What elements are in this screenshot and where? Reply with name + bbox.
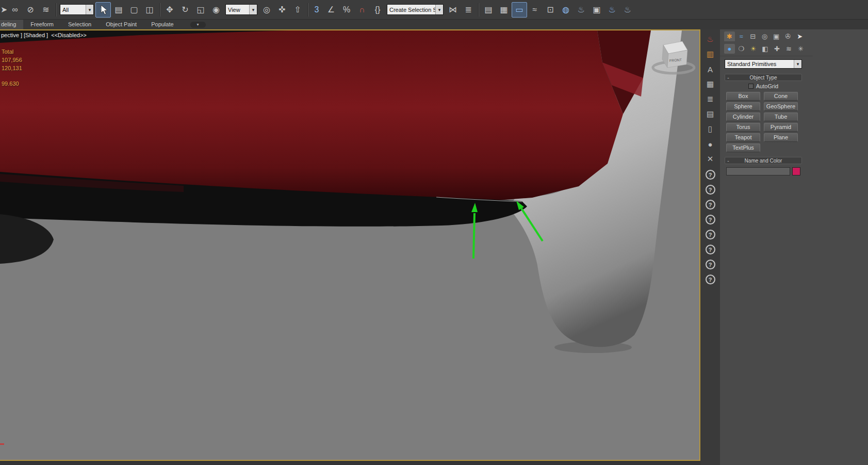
category-geometry[interactable]: ● xyxy=(724,44,735,54)
category-cameras[interactable]: ◧ xyxy=(760,44,771,54)
chevron-down-icon: ▾ xyxy=(249,5,257,14)
unknown-plugin-button[interactable]: ? xyxy=(706,200,715,210)
selection-region-button[interactable]: ▢ xyxy=(126,2,142,18)
mirror-icon: ⋈ xyxy=(449,5,457,14)
select-object-button[interactable]: ↖ xyxy=(95,2,111,18)
ribbon-toggle[interactable]: ▭ xyxy=(512,2,527,18)
perspective-viewport[interactable]: FRONT pective ] [Shaded ] <<Disabled>> T… xyxy=(0,30,699,460)
named-selection-sets-combo[interactable]: Create Selection Se ▾ xyxy=(387,4,444,15)
select-and-move-button[interactable]: ✥ xyxy=(162,2,177,18)
select-and-place-button[interactable]: ◉ xyxy=(208,2,224,18)
material-editor-button[interactable]: ◍ xyxy=(558,2,574,18)
render-setup-button[interactable]: ♨ xyxy=(574,2,589,18)
category-helpers[interactable]: ✚ xyxy=(772,44,782,54)
box-button[interactable]: Box xyxy=(726,92,760,101)
unknown-plugin-button[interactable]: ? xyxy=(706,170,715,180)
car-body-mesh[interactable] xyxy=(0,30,623,201)
category-shapes[interactable]: ❍ xyxy=(736,44,747,54)
geosphere-button[interactable]: GeoSphere xyxy=(764,102,798,111)
ribbon-minimize-toggle[interactable]: ▾ xyxy=(190,22,206,28)
spinner-snap-button[interactable]: ∩ xyxy=(354,2,370,18)
unknown-plugin-button[interactable]: ? xyxy=(706,185,715,195)
category-systems[interactable]: ✳ xyxy=(795,44,806,54)
teapot-tool-button[interactable]: ♨ xyxy=(703,33,717,46)
cylinder-button[interactable]: Cylinder xyxy=(726,113,760,121)
toolbar-edge-button[interactable]: ➤ xyxy=(0,2,7,18)
use-pivot-center-button[interactable]: ◎ xyxy=(259,2,274,18)
snap-toggle-3d-button[interactable]: 3 xyxy=(310,2,323,18)
tab-motion[interactable]: ◎ xyxy=(759,31,770,41)
braces-icon: {} xyxy=(375,5,381,14)
select-and-link-button[interactable]: ∞ xyxy=(7,2,23,18)
object-type-rollout-header[interactable]: - Object Type xyxy=(725,74,802,81)
selection-filter-dropdown[interactable]: All ▾ xyxy=(60,4,94,15)
window-crossing-toggle[interactable]: ◫ xyxy=(142,2,157,18)
marquee-icon: ▢ xyxy=(130,5,138,14)
tab-hierarchy[interactable]: ⊟ xyxy=(747,31,758,41)
unknown-plugin-button[interactable]: ? xyxy=(706,215,715,225)
plane-button[interactable]: Plane xyxy=(764,133,798,142)
panel-menu-button[interactable]: ➤ xyxy=(794,31,805,41)
hierarchy-icon: ⊟ xyxy=(750,33,756,40)
bind-to-space-warp-button[interactable]: ≋ xyxy=(38,2,54,18)
torus-button[interactable]: Torus xyxy=(726,123,760,132)
ribbon-tab-populate[interactable]: Populate xyxy=(144,20,181,29)
container-tool-button[interactable]: ▥ xyxy=(703,47,717,61)
rendered-frame-button[interactable]: ▣ xyxy=(589,2,604,18)
object-name-input[interactable] xyxy=(726,167,790,175)
tab-modify[interactable]: ≈ xyxy=(736,31,747,41)
ribbon-tab-modeling[interactable]: deling xyxy=(0,20,23,29)
sphere-tool-button[interactable]: ● xyxy=(703,137,717,151)
edit-named-selections-button[interactable]: {} xyxy=(370,2,385,18)
cone-button[interactable]: Cone xyxy=(764,92,798,101)
category-lights[interactable]: ☀ xyxy=(748,44,759,54)
teapot-button[interactable]: Teapot xyxy=(726,133,760,142)
render-production-button[interactable]: ♨ xyxy=(604,2,620,18)
layers-tool-button[interactable]: ≣ xyxy=(703,92,717,106)
bricks-tool-button[interactable]: ▤ xyxy=(703,107,717,121)
category-space-warps[interactable]: ≋ xyxy=(783,44,794,54)
unknown-plugin-button[interactable]: ? xyxy=(706,230,715,239)
angle-snap-button[interactable]: ∠ xyxy=(323,2,339,18)
keyboard-override-toggle[interactable]: ⇧ xyxy=(290,2,305,18)
curve-editor-button[interactable]: ≈ xyxy=(527,2,543,18)
unknown-plugin-button[interactable]: ? xyxy=(706,260,715,269)
mirror-button[interactable]: ⋈ xyxy=(445,2,461,18)
align-button[interactable]: ≣ xyxy=(461,2,476,18)
name-color-rollout-header[interactable]: - Name and Color xyxy=(725,157,802,164)
unlink-selection-button[interactable]: ⊘ xyxy=(23,2,38,18)
checker-tool-button[interactable]: ▦ xyxy=(703,77,717,91)
create-icon: ✱ xyxy=(727,33,732,40)
render-flyout-button[interactable]: ♨ xyxy=(620,2,635,18)
ribbon-tab-selection[interactable]: Selection xyxy=(61,20,99,29)
tab-display[interactable]: ▣ xyxy=(771,31,782,41)
table-icon: ▤ xyxy=(484,5,492,14)
tube-button[interactable]: Tube xyxy=(764,113,798,121)
select-and-manipulate-button[interactable]: ✜ xyxy=(274,2,290,18)
select-and-scale-button[interactable]: ◱ xyxy=(193,2,208,18)
select-by-name-button[interactable]: ▤ xyxy=(111,2,126,18)
column-tool-button[interactable]: ▯ xyxy=(703,122,717,136)
ribbon-tab-object-paint[interactable]: Object Paint xyxy=(99,20,144,29)
unknown-plugin-button[interactable]: ? xyxy=(706,245,715,254)
select-and-rotate-button[interactable]: ↻ xyxy=(177,2,193,18)
textplus-button[interactable]: TextPlus xyxy=(726,143,760,152)
object-color-swatch[interactable] xyxy=(792,167,800,175)
autogrid-checkbox[interactable] xyxy=(748,84,754,89)
tab-create[interactable]: ✱ xyxy=(724,31,735,41)
percent-snap-button[interactable]: % xyxy=(339,2,354,18)
reference-coordinate-dropdown[interactable]: View ▾ xyxy=(225,4,257,15)
scene-explorer-toggle[interactable]: ▤ xyxy=(481,2,496,18)
tab-utilities[interactable]: ✇ xyxy=(783,31,794,41)
viewport-label[interactable]: pective ] [Shaded ] <<Disabled>> xyxy=(1,32,87,38)
viewport-canvas[interactable]: FRONT xyxy=(0,30,699,460)
unknown-plugin-button[interactable]: ? xyxy=(706,275,715,284)
pyramid-button[interactable]: Pyramid xyxy=(764,123,798,132)
layer-explorer-toggle[interactable]: ▦ xyxy=(496,2,512,18)
primitives-dropdown[interactable]: Standard Primitives ▾ xyxy=(725,59,802,69)
ribbon-tab-freeform[interactable]: Freeform xyxy=(23,20,61,29)
schematic-view-button[interactable]: ⊡ xyxy=(543,2,558,18)
close-toolbar-button[interactable]: ✕ xyxy=(703,152,717,166)
text-tool-button[interactable]: A xyxy=(703,62,717,76)
sphere-button[interactable]: Sphere xyxy=(726,102,760,111)
